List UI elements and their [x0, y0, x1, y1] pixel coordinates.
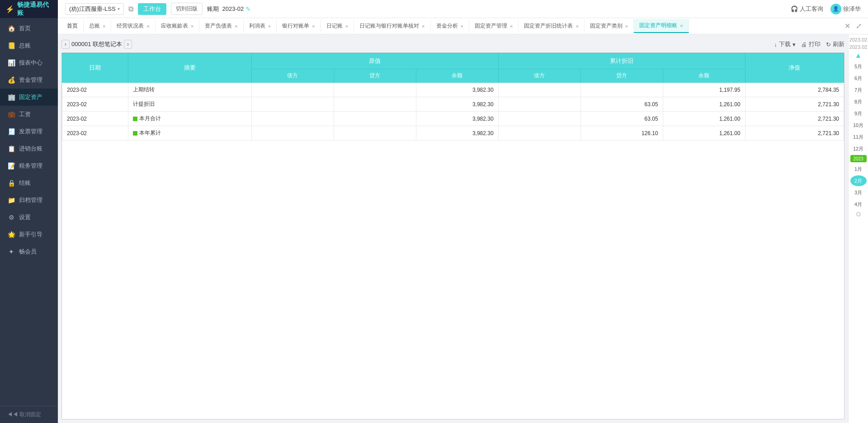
tab-maximize-icon[interactable]: ⤢ — [855, 21, 863, 31]
tab-funds[interactable]: 资金分析 × — [431, 19, 469, 33]
tab-fixed-category-close[interactable]: × — [625, 24, 628, 29]
subnav-next-button[interactable]: › — [124, 40, 132, 49]
switch-button[interactable]: 切到旧版 — [171, 3, 203, 15]
cal-month-10[interactable]: 10月 — [850, 120, 867, 131]
tab-receivable-label: 应收账龄表 — [161, 22, 188, 30]
sidebar-item-label: 设置 — [19, 213, 31, 221]
cal-month-2-active[interactable]: 2月 — [850, 175, 867, 186]
tab-home[interactable]: 首页 — [61, 19, 84, 33]
tab-assets[interactable]: 资产负债表 × — [199, 19, 243, 33]
cal-month-9[interactable]: 9月 — [850, 108, 867, 119]
service-button[interactable]: 🎧 人工客询 — [791, 5, 823, 13]
th-date: 日期 — [62, 53, 128, 83]
payroll-icon: 💼 — [7, 111, 15, 118]
tab-reconcile-close[interactable]: × — [422, 24, 425, 29]
tab-fixed-mgmt[interactable]: 固定资产管理 × — [469, 19, 519, 33]
tab-depreciation-stats[interactable]: 固定资产折旧统计表 × — [519, 19, 584, 33]
cell-orig-debit — [251, 83, 334, 97]
tab-fixed-mgmt-close[interactable]: × — [510, 24, 513, 29]
settings-icon: ⚙ — [7, 214, 15, 221]
cell-net-value: 2,721.30 — [745, 126, 844, 141]
tab-fixed-detail[interactable]: 固定资产明细账 × — [634, 19, 689, 33]
cal-month-1[interactable]: 1月 — [850, 164, 867, 174]
tab-journal-close[interactable]: × — [345, 24, 348, 29]
user-profile[interactable]: 👤 徐泽华 — [830, 4, 861, 14]
cal-month-4[interactable]: 4月 — [850, 199, 867, 210]
tab-receivable[interactable]: 应收账龄表 × — [156, 19, 199, 33]
sidebar-item-sales[interactable]: 📋 进销台账 — [0, 140, 58, 157]
period-edit-icon[interactable]: ✎ — [245, 5, 251, 13]
tab-close-icon[interactable]: ✕ — [844, 21, 851, 31]
sidebar-item-payroll[interactable]: 💼 工资 — [0, 106, 58, 123]
tab-operations-close[interactable]: × — [146, 24, 149, 29]
tax-icon: 📝 — [7, 162, 15, 169]
tab-profit[interactable]: 利润表 × — [244, 19, 277, 33]
headphone-icon: 🎧 — [791, 5, 798, 12]
cal-dot-indicator[interactable] — [856, 212, 861, 216]
cal-up-button[interactable]: ▲ — [855, 52, 862, 60]
cell-accum-credit: 63.05 — [580, 97, 663, 112]
download-chevron-icon: ▾ — [793, 41, 796, 48]
cal-month-6[interactable]: 6月 — [850, 73, 867, 84]
download-button[interactable]: ↓ 下载 ▾ — [774, 40, 796, 48]
cal-month-11[interactable]: 11月 — [850, 132, 867, 142]
download-label: 下载 — [779, 40, 791, 48]
sidebar-item-fixed[interactable]: 🏢 固定资产 — [0, 89, 58, 106]
sidebar-item-closing[interactable]: 🔒 结账 — [0, 174, 58, 192]
tab-depreciation-stats-label: 固定资产折旧统计表 — [524, 22, 573, 30]
cal-month-12[interactable]: 12月 — [850, 143, 867, 154]
app-title: 畅捷通易代账 — [17, 1, 52, 17]
sidebar-item-reports[interactable]: 📊 报表中心 — [0, 54, 58, 71]
sidebar-item-home[interactable]: 🏠 首页 — [0, 20, 58, 37]
tab-reconcile-label: 日记账与银行对账单核对 — [359, 22, 419, 30]
tab-assets-close[interactable]: × — [235, 24, 237, 29]
copy-icon[interactable]: ⧉ — [128, 5, 133, 13]
sidebar-item-invoice[interactable]: 🧾 发票管理 — [0, 123, 58, 140]
tab-depreciation-stats-close[interactable]: × — [576, 24, 578, 29]
cal-month-3[interactable]: 3月 — [850, 187, 867, 198]
th-summary: 摘要 — [128, 53, 251, 83]
ledger-icon: 📒 — [7, 42, 15, 49]
cell-summary: 上期结转 — [128, 83, 251, 97]
tab-ledger-label: 总账 — [89, 22, 100, 30]
sidebar: ⚡ 畅捷通易代账 🏠 首页 📒 总账 📊 报表中心 💰 资金管理 🏢 固定资产 … — [0, 0, 58, 423]
sidebar-item-settings[interactable]: ⚙ 设置 — [0, 209, 58, 226]
company-selector[interactable]: (劝)江西服垂-LSS ▾ — [65, 3, 124, 15]
tab-fixed-category[interactable]: 固定资产类别 × — [585, 19, 634, 33]
tab-operations[interactable]: 经营状况表 × — [111, 19, 155, 33]
sidebar-item-vip[interactable]: ✦ 畅会员 — [0, 243, 58, 260]
tab-bank[interactable]: 银行对账单 × — [277, 19, 321, 33]
cell-orig-balance: 3,982.30 — [416, 112, 498, 126]
tab-fixed-detail-close[interactable]: × — [680, 23, 683, 28]
tab-ledger[interactable]: 总账 × — [84, 19, 111, 33]
tab-profit-close[interactable]: × — [268, 24, 271, 29]
refresh-button[interactable]: ↻ 刷新 — [826, 40, 844, 48]
print-button[interactable]: 🖨 打印 — [801, 40, 821, 48]
tab-journal[interactable]: 日记账 × — [321, 19, 354, 33]
tab-profit-label: 利润表 — [249, 22, 265, 30]
workbench-button[interactable]: 工作台 — [138, 3, 166, 15]
cal-month-8[interactable]: 8月 — [850, 96, 867, 107]
archive-icon: 📁 — [7, 197, 15, 204]
topbar: (劝)江西服垂-LSS ▾ ⧉ 工作台 切到旧版 账期 2023-02 ✎ 🎧 … — [58, 0, 868, 18]
sidebar-item-label: 总账 — [19, 42, 31, 50]
funds-icon: 💰 — [7, 76, 15, 84]
sidebar-item-funds[interactable]: 💰 资金管理 — [0, 71, 58, 89]
fixed-asset-detail-table: 日期 摘要 原值 累计折旧 净值 借方 贷方 余额 借方 贷方 余额 — [61, 52, 844, 419]
sidebar-item-ledger[interactable]: 📒 总账 — [0, 37, 58, 54]
cal-month-7[interactable]: 7月 — [850, 85, 867, 95]
subnav: ‹ 000001 联想笔记本 › ↓ 下载 ▾ 🖨 打印 ↻ 刷新 — [61, 38, 844, 52]
cell-net-value: 2,721.30 — [745, 97, 844, 112]
cal-month-5[interactable]: 5月 — [850, 61, 867, 72]
sidebar-unpin-button[interactable]: ◀◀ 取消固定 — [0, 406, 58, 423]
tab-reconcile[interactable]: 日记账与银行对账单核对 × — [354, 19, 430, 33]
sidebar-item-archive[interactable]: 📁 归档管理 — [0, 192, 58, 209]
subnav-prev-button[interactable]: ‹ — [61, 40, 70, 49]
tab-receivable-close[interactable]: × — [191, 24, 193, 29]
tab-fixed-category-label: 固定资产类别 — [590, 22, 623, 30]
tab-bank-close[interactable]: × — [312, 24, 315, 29]
tab-funds-close[interactable]: × — [461, 24, 463, 29]
tab-ledger-close[interactable]: × — [103, 24, 105, 29]
sidebar-item-tax[interactable]: 📝 税务管理 — [0, 157, 58, 174]
sidebar-item-guide[interactable]: 🌟 新手引导 — [0, 226, 58, 243]
